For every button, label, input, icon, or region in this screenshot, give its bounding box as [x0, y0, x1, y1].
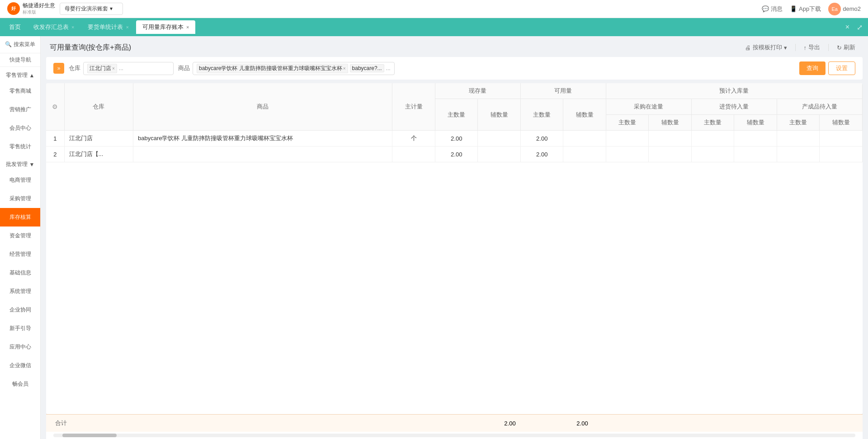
sidebar-item-retail-stats-label: 零售统计 [9, 143, 31, 151]
th-inbound-main: 主数量 [691, 115, 734, 131]
sidebar-item-purchase-label: 采购管理 [9, 195, 31, 203]
page-header: 可用量查询(按仓库+商品) 🖨 按模板打印 ▾ ↑ 导出 ↻ 刷新 [41, 36, 868, 57]
product-tag-1-close[interactable]: × [343, 66, 346, 71]
product-more[interactable]: ... [386, 65, 391, 71]
cell-stock-main: 2.00 [435, 146, 478, 162]
tab-order-stats-close[interactable]: × [126, 24, 128, 30]
setting-button[interactable]: 设置 [828, 61, 855, 75]
divider-2 [828, 44, 829, 51]
sidebar-item-enterprise-collab[interactable]: 企业协同 [0, 301, 40, 319]
tab-home[interactable]: 首页 [4, 20, 26, 34]
sidebar-search[interactable]: 🔍 搜索菜单 [0, 36, 40, 53]
sidebar-search-label: 搜索菜单 [14, 41, 35, 47]
th-avail-sub: 辅数量 [563, 99, 606, 131]
sidebar-item-system-mgmt-label: 系统管理 [9, 288, 31, 295]
th-settings: ⚙ [46, 83, 64, 131]
sidebar-quick-nav[interactable]: 快捷导航 [0, 53, 40, 67]
sidebar-item-inventory[interactable]: 库存核算 [0, 208, 40, 227]
sidebar-item-enterprise-collab-label: 企业协同 [9, 306, 31, 314]
summary-label: 合计 [55, 419, 67, 427]
sidebar: 🔍 搜索菜单 快捷导航 零售管理 ▲ 零售商城 营销推广 会员中心 零售统计 批… [0, 36, 41, 439]
sidebar-item-wholesale-mgmt[interactable]: 批发管理 ▼ [0, 156, 40, 171]
nav-right: × ⤢ [844, 21, 864, 33]
filter-actions: 查询 设置 [799, 61, 855, 75]
tab-receipt-summary-close[interactable]: × [71, 24, 74, 30]
refresh-icon: ↻ [837, 44, 842, 51]
message-btn[interactable]: 💬 消息 [762, 5, 783, 13]
filter-expand-btn[interactable]: » [53, 63, 64, 74]
product-filter-input[interactable]: babycare学饮杯 儿童防摔防撞吸管杯重力球吸嘴杯宝宝水杯 × babyca… [193, 62, 395, 75]
tab-order-stats[interactable]: 要货单统计表 × [81, 20, 135, 34]
tab-available-inventory-close[interactable]: × [186, 24, 189, 30]
th-unit: 主计量 [392, 83, 435, 131]
tab-receipt-summary[interactable]: 收发存汇总表 × [27, 20, 80, 34]
scroll-bar-area [46, 432, 863, 439]
export-btn[interactable]: ↑ 导出 [800, 42, 824, 53]
top-bar-right: 💬 消息 📱 App下载 Ea demo2 [762, 3, 861, 15]
cell-purchase-main [606, 131, 649, 146]
horizontal-scrollbar[interactable] [53, 434, 855, 437]
sidebar-item-app-center[interactable]: 应用中心 [0, 338, 40, 356]
user-area[interactable]: Ea demo2 [828, 3, 861, 15]
chevron-down-icon-wholesale: ▼ [29, 161, 35, 168]
sidebar-item-retail-mgmt[interactable]: 零售管理 ▲ [0, 67, 40, 82]
sidebar-item-finance[interactable]: 资金管理 [0, 227, 40, 245]
warehouse-filter-label: 仓库 [69, 64, 80, 72]
sidebar-item-retail-stats[interactable]: 零售统计 [0, 137, 40, 156]
th-inbound-group: 进货待入量 [691, 99, 777, 115]
cell-production-main [777, 146, 820, 162]
table-row: 1 江北门店 babycare学饮杯 儿童防摔防撞吸管杯重力球吸嘴杯宝宝水杯 个… [46, 131, 863, 146]
sidebar-item-retail-mall-label: 零售商城 [9, 87, 31, 95]
th-stock-group: 现存量 [435, 83, 520, 99]
nav-close-btn[interactable]: × [844, 21, 851, 33]
table-row: 2 江北门店【... 2.00 2.00 [46, 146, 863, 162]
sidebar-item-marketing-label: 营销推广 [9, 106, 31, 113]
sidebar-item-ecommerce[interactable]: 电商管理 [0, 171, 40, 189]
th-product: 商品 [133, 83, 392, 131]
top-bar: 好 畅捷通好生意 标准版 母婴行业演示账套 ▾ 💬 消息 📱 App下载 Ea … [0, 0, 868, 18]
th-stock-main: 主数量 [435, 99, 478, 131]
print-icon: 🖨 [745, 44, 751, 51]
sidebar-item-operations[interactable]: 经营管理 [0, 245, 40, 264]
th-purchase-group: 采购在途量 [606, 99, 691, 115]
sidebar-item-marketing[interactable]: 营销推广 [0, 100, 40, 119]
th-avail-group: 可用量 [520, 83, 606, 99]
sidebar-item-retail-mall[interactable]: 零售商城 [0, 82, 40, 100]
settings-gear-icon[interactable]: ⚙ [52, 103, 58, 110]
sidebar-item-enterprise-wechat[interactable]: 企业微信 [0, 356, 40, 375]
message-icon: 💬 [762, 5, 769, 12]
warehouse-filter-input[interactable]: 江北门店 × ... [83, 62, 174, 75]
cell-stock-sub [478, 131, 521, 146]
tab-available-inventory[interactable]: 可用量库存账本 × [136, 20, 195, 34]
th-purchase-main: 主数量 [606, 115, 649, 131]
warehouse-more[interactable]: ... [119, 65, 123, 71]
sidebar-item-system-mgmt[interactable]: 系统管理 [0, 282, 40, 301]
app-download-btn[interactable]: 📱 App下载 [790, 5, 821, 13]
query-button[interactable]: 查询 [799, 61, 826, 75]
product-tag-1-text: babycare学饮杯 儿童防摔防撞吸管杯重力球吸嘴杯宝宝水杯 [199, 65, 342, 72]
warehouse-tag-close[interactable]: × [112, 66, 115, 71]
sidebar-item-finance-label: 资金管理 [9, 232, 31, 240]
scrollbar-thumb[interactable] [62, 434, 117, 437]
sidebar-item-member-center[interactable]: 会员中心 [0, 119, 40, 137]
cell-product [133, 146, 392, 162]
nav-tabs: 首页 收发存汇总表 × 要货单统计表 × 可用量库存账本 × × ⤢ [0, 18, 868, 36]
refresh-btn[interactable]: ↻ 刷新 [833, 42, 859, 53]
sidebar-item-app-center-label: 应用中心 [9, 343, 31, 351]
tab-available-inventory-label: 可用量库存账本 [142, 23, 184, 31]
industry-selector[interactable]: 母婴行业演示账套 ▾ [60, 3, 123, 15]
sidebar-item-member[interactable]: 畅会员 [0, 375, 40, 393]
sidebar-item-basic-info[interactable]: 基础信息 [0, 264, 40, 282]
nav-maximize-btn[interactable]: ⤢ [855, 21, 864, 33]
sidebar-item-new-guide[interactable]: 新手引导 [0, 319, 40, 338]
cell-production-sub [820, 146, 863, 162]
cell-inbound-sub [734, 131, 777, 146]
th-avail-main: 主数量 [520, 99, 563, 131]
chevron-right-icon: » [57, 65, 61, 71]
sidebar-item-purchase[interactable]: 采购管理 [0, 189, 40, 208]
print-btn[interactable]: 🖨 按模板打印 ▾ [741, 42, 791, 53]
cell-unit: 个 [392, 131, 435, 146]
summary-stock-main: 2.00 [492, 420, 528, 427]
export-icon: ↑ [804, 44, 807, 51]
product-filter-field: 商品 babycare学饮杯 儿童防摔防撞吸管杯重力球吸嘴杯宝宝水杯 × bab… [178, 62, 395, 75]
